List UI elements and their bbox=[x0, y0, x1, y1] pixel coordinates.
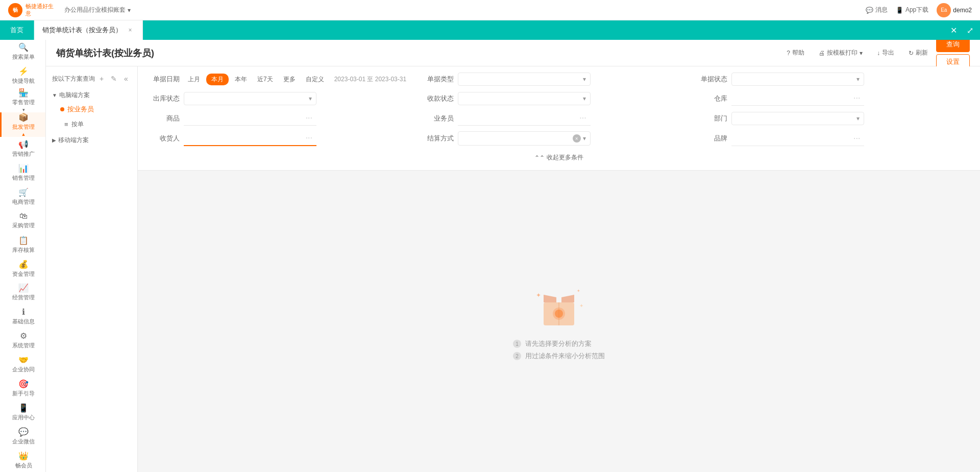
query-button[interactable]: 查询 bbox=[936, 40, 970, 52]
pay-select[interactable]: ▾ bbox=[458, 92, 591, 105]
scheme-group-desktop: ▼ 电脑端方案 按业务员 ≡ 按单 bbox=[46, 89, 137, 132]
receiver-input[interactable]: ··· bbox=[184, 131, 316, 146]
tab-sales-stats[interactable]: 销货单统计表（按业务员） × bbox=[34, 20, 143, 40]
collapse-btn[interactable]: ⌃⌃ 收起更多条件 bbox=[148, 151, 970, 164]
dots-icon[interactable]: ··· bbox=[853, 134, 860, 143]
sidebar-item-cooperation[interactable]: 🤝 企业协同 bbox=[0, 352, 45, 376]
dots-icon[interactable]: ··· bbox=[853, 93, 860, 103]
basicinfo-icon: ℹ bbox=[22, 307, 25, 317]
scheme-group-desktop-header[interactable]: ▼ 电脑端方案 bbox=[46, 89, 137, 102]
sales-input[interactable]: ··· bbox=[458, 111, 591, 126]
ship-select[interactable]: ▾ bbox=[184, 92, 316, 105]
main-layout: 🔍 搜索菜单 ⚡ 快捷导航 🏪 零售管理 ▾ 📦 批发管理 ▲ 📢 营销推广 📊… bbox=[0, 40, 980, 472]
scheme-add-icon[interactable]: + bbox=[96, 74, 107, 84]
date-btn-thisyear[interactable]: 本年 bbox=[231, 74, 251, 85]
sidebar-item-weixin[interactable]: 💬 企业微信 bbox=[0, 424, 45, 448]
content-area: 销货单统计表(按业务员) ? 帮助 🖨 按模板打印 ▾ ↓ 导出 bbox=[46, 40, 980, 472]
sidebar-item-wholesale[interactable]: 📦 批发管理 ▲ bbox=[0, 112, 45, 137]
scheme-active-dot bbox=[60, 107, 64, 111]
chevron-down-icon: ▾ bbox=[583, 135, 586, 142]
chevron-down-icon: ▾ bbox=[128, 7, 131, 14]
settlement-clear-icon[interactable]: × bbox=[573, 134, 581, 143]
sidebar-item-appcenter[interactable]: 📱 应用中心 bbox=[0, 400, 45, 424]
date-btn-thismonth[interactable]: 本月 bbox=[206, 74, 229, 85]
empty-text: 1 请先选择要分析的方案 2 用过滤条件来缩小分析范围 bbox=[513, 339, 605, 361]
scheme-sub-by-order[interactable]: ≡ 按单 bbox=[46, 117, 137, 132]
scheme-item-by-salesperson[interactable]: 按业务员 bbox=[46, 102, 137, 117]
logo-icon: 畅 bbox=[8, 3, 22, 17]
sidebar-item-ecommerce[interactable]: 🛒 电商管理 bbox=[0, 185, 45, 209]
tab-expand-icon[interactable]: ⤢ bbox=[964, 24, 976, 36]
sidebar-item-member[interactable]: 👑 畅会员 bbox=[0, 448, 45, 472]
query-panel: 单据日期 上月 本月 本年 近7天 更多 自定义 2023-03-01 至 20… bbox=[138, 66, 980, 472]
scheme-panel: 按以下方案查询 + ✎ « ▼ bbox=[46, 66, 138, 472]
download-icon: 📱 bbox=[896, 7, 903, 14]
sidebar-item-inventory[interactable]: 📋 库存核算 bbox=[0, 232, 45, 256]
weixin-icon: 💬 bbox=[18, 427, 29, 437]
brand-control: ··· bbox=[731, 131, 970, 146]
date-btn-lastmonth[interactable]: 上月 bbox=[184, 74, 204, 85]
help-btn[interactable]: ? 帮助 bbox=[782, 46, 808, 59]
sidebar-item-system[interactable]: ⚙ 系统管理 bbox=[0, 328, 45, 352]
scheme-collapse-icon[interactable]: « bbox=[121, 74, 131, 84]
ecommerce-icon: 🛒 bbox=[18, 187, 29, 197]
appcenter-icon: 📱 bbox=[18, 403, 29, 413]
scheme-group-mobile-header[interactable]: ▶ 移动端方案 bbox=[46, 134, 137, 147]
warehouse-input[interactable]: ··· bbox=[731, 91, 864, 106]
scheme-panel-actions: + ✎ « bbox=[96, 74, 131, 84]
dots-icon[interactable]: ··· bbox=[306, 133, 312, 143]
dots-icon[interactable]: ··· bbox=[306, 113, 312, 123]
type-select[interactable]: ▾ bbox=[458, 73, 591, 86]
filter-row-1: 单据日期 上月 本月 本年 近7天 更多 自定义 2023-03-01 至 20… bbox=[148, 73, 970, 86]
date-btn-custom[interactable]: 自定义 bbox=[302, 74, 328, 85]
scheme-edit-icon[interactable]: ✎ bbox=[109, 74, 119, 84]
settlement-control: × ▾ bbox=[458, 131, 696, 146]
sidebar-item-nav[interactable]: ⚡ 快捷导航 bbox=[0, 64, 45, 88]
sidebar-item-search[interactable]: 🔍 搜索菜单 bbox=[0, 40, 45, 64]
export-icon: ↓ bbox=[877, 50, 880, 57]
app-selector[interactable]: 办公用品行业模拟账套 ▾ bbox=[60, 4, 135, 16]
svg-point-4 bbox=[555, 310, 563, 318]
chevron-right-icon: ▶ bbox=[52, 137, 56, 143]
sidebar-item-guide[interactable]: 🎯 新手引导 bbox=[0, 376, 45, 400]
date-range-text: 2023-03-01 至 2023-03-31 bbox=[334, 75, 406, 84]
message-btn[interactable]: 💬 消息 bbox=[866, 6, 888, 14]
sidebar-item-basicinfo[interactable]: ℹ 基础信息 bbox=[0, 304, 45, 328]
date-btn-7days[interactable]: 近7天 bbox=[253, 74, 277, 85]
sidebar-item-purchase[interactable]: 🛍 采购管理 bbox=[0, 208, 45, 232]
warehouse-control: ··· bbox=[731, 91, 970, 106]
dept-select[interactable]: ▾ bbox=[731, 112, 864, 125]
sidebar-item-finance[interactable]: 💰 资金管理 bbox=[0, 256, 45, 280]
logo-area: 畅 畅捷通好生意 bbox=[8, 3, 56, 17]
filter-row-3: 商品 ··· 业务员 ··· bbox=[148, 111, 970, 126]
refresh-btn[interactable]: ↻ 刷新 bbox=[904, 46, 932, 59]
dots-icon[interactable]: ··· bbox=[579, 113, 586, 123]
operations-icon: 📈 bbox=[18, 283, 29, 293]
middle-panel: 按以下方案查询 + ✎ « ▼ bbox=[46, 66, 980, 472]
date-btn-more[interactable]: 更多 bbox=[279, 74, 300, 85]
warehouse-label: 仓库 bbox=[696, 94, 731, 103]
template-print-btn[interactable]: 🖨 按模板打印 ▾ bbox=[815, 46, 867, 59]
sidebar-item-operations[interactable]: 📈 经营管理 bbox=[0, 280, 45, 304]
member-icon: 👑 bbox=[18, 451, 29, 461]
sidebar-item-retail[interactable]: 🏪 零售管理 ▾ bbox=[0, 88, 45, 112]
download-btn[interactable]: 📱 App下载 bbox=[896, 6, 928, 14]
refresh-icon: ↻ bbox=[909, 50, 914, 57]
goods-input[interactable]: ··· bbox=[184, 111, 316, 126]
receiver-control: ··· bbox=[184, 131, 422, 146]
app-selector-text: 办公用品行业模拟账套 bbox=[64, 6, 126, 14]
sales-label: 业务员 bbox=[422, 114, 458, 123]
export-btn[interactable]: ↓ 导出 bbox=[873, 46, 898, 59]
sidebar-item-sales[interactable]: 📊 销售管理 bbox=[0, 161, 45, 185]
tab-home[interactable]: 首页 bbox=[0, 20, 34, 40]
status-select[interactable]: ▾ bbox=[731, 73, 864, 86]
tab-close-window-icon[interactable]: ✕ bbox=[947, 24, 960, 36]
sidebar-item-marketing[interactable]: 📢 营销推广 bbox=[0, 137, 45, 161]
brand-input[interactable]: ··· bbox=[731, 131, 864, 146]
user-area[interactable]: Ea demo2 bbox=[937, 3, 972, 17]
settlement-label: 结算方式 bbox=[422, 134, 458, 143]
date-group: 上月 本月 本年 近7天 更多 自定义 2023-03-01 至 2023-03… bbox=[184, 74, 406, 85]
scheme-sub-icon: ≡ bbox=[64, 121, 68, 128]
settlement-select[interactable]: × ▾ bbox=[458, 131, 591, 146]
tab-close-icon[interactable]: × bbox=[126, 26, 134, 34]
